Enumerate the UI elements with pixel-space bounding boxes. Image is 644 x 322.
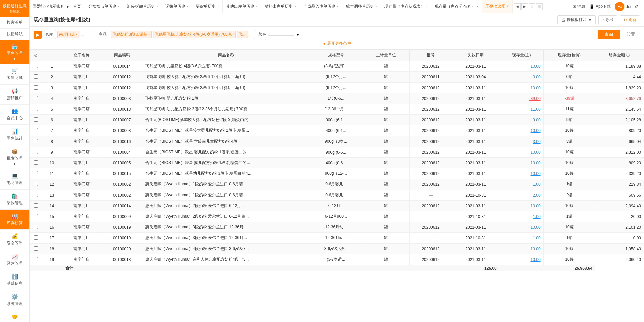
tab-split[interactable]: 分盘盘点单历史 × xyxy=(85,0,123,13)
tab-batch[interactable]: 库存批次账 × xyxy=(482,0,513,13)
search-button[interactable]: 查询 xyxy=(598,30,620,39)
cell-qty-main[interactable]: 10.00 xyxy=(499,125,543,136)
close-icon[interactable]: × xyxy=(476,5,478,8)
warehouse-tag-container[interactable]: 南岸门店 × ... xyxy=(55,30,95,39)
export-button[interactable]: ↑ 导出 xyxy=(598,15,617,24)
cell-qty-main[interactable]: 10.00 xyxy=(499,244,543,254)
cell-qty-main[interactable]: 10.00 xyxy=(499,147,543,158)
close-icon[interactable]: × xyxy=(426,5,428,8)
template-print-button[interactable]: 🖨 按模板打印 ▼ xyxy=(557,15,596,24)
cell-qty-main[interactable]: 10.00 xyxy=(499,201,543,211)
filter-expand-button[interactable]: ▶ xyxy=(34,31,42,39)
color-input[interactable] xyxy=(268,34,294,36)
close-icon[interactable]: × xyxy=(217,5,219,8)
sidebar-item-finance[interactable]: 💰 资金管理 xyxy=(0,230,29,250)
cell-qty-main[interactable]: 11.00 xyxy=(499,104,543,115)
cell-qty-main[interactable]: -39.00 xyxy=(499,93,543,104)
close-icon[interactable]: × xyxy=(156,5,158,8)
cell-qty-main[interactable]: 10.00 xyxy=(499,168,543,179)
cell-checkbox[interactable] xyxy=(30,61,42,72)
setting-button[interactable]: 设置 xyxy=(622,30,640,39)
cell-qty-main[interactable]: 1.00 xyxy=(499,233,543,244)
tab-stock-dist[interactable]: 现存量（库存分布表） × xyxy=(431,0,482,13)
user-menu[interactable]: Ea demo2 xyxy=(615,2,638,11)
cell-checkbox[interactable] xyxy=(30,147,42,158)
tab-transfer[interactable]: 调拨单历史 × xyxy=(162,0,193,13)
product-tag-container[interactable]: 飞鹤奶粉3段四罐装 × 飞鹤星飞帆 儿童奶粉 4段(3-6岁适用) 700克 ×… xyxy=(109,30,255,39)
cell-checkbox[interactable] xyxy=(30,190,42,201)
cell-checkbox[interactable] xyxy=(30,168,42,179)
cell-checkbox[interactable] xyxy=(30,104,42,115)
tab-cost[interactable]: 成本调整单历史 × xyxy=(342,0,381,13)
refresh-button[interactable]: ↻ 刷新 xyxy=(620,15,640,24)
cell-qty-main[interactable]: 10.00 xyxy=(499,158,543,168)
cell-checkbox[interactable] xyxy=(30,244,42,254)
tab-production[interactable]: 产成品入库单历史 × xyxy=(300,0,342,13)
sidebar-item-enterprise[interactable]: 🤝 企业协同 xyxy=(0,310,29,322)
close-icon[interactable]: × xyxy=(118,5,120,8)
close-icon[interactable]: × xyxy=(337,5,339,8)
cell-checkbox[interactable] xyxy=(30,93,42,104)
settings-icon[interactable]: ⚙ xyxy=(34,53,38,58)
cell-checkbox[interactable] xyxy=(30,125,42,136)
cell-checkbox[interactable] xyxy=(30,201,42,211)
cell-qty-main[interactable]: 1.00 xyxy=(499,211,543,222)
workspace-selector[interactable]: 母婴行业演示账套 ▼ xyxy=(32,4,70,9)
tab-order[interactable]: 要货单历史 × xyxy=(192,0,223,13)
close-tab-button[interactable]: × xyxy=(529,3,535,10)
cell-checkbox[interactable] xyxy=(30,136,42,147)
sidebar-item-system[interactable]: ⚙️ 系统管理 xyxy=(0,290,29,310)
cell-checkbox[interactable] xyxy=(30,233,42,244)
cell-checkbox[interactable] xyxy=(30,83,42,93)
cell-qty-main[interactable]: 1.00 xyxy=(499,179,543,190)
cell-qty-main[interactable]: 3.00 xyxy=(499,136,543,147)
cell-checkbox[interactable] xyxy=(30,158,42,168)
cell-qty-main[interactable]: 10.00 xyxy=(499,222,543,233)
warehouse-tag-close[interactable]: × xyxy=(76,33,78,36)
close-icon[interactable]: × xyxy=(507,4,509,8)
tab-material[interactable]: 材料出库单历史 × xyxy=(261,0,300,13)
product-tag-close[interactable]: × xyxy=(148,33,150,36)
sidebar-item-retail-mall[interactable]: 🛒 零售商城 xyxy=(0,64,29,85)
cell-checkbox[interactable] xyxy=(30,179,42,190)
sidebar-search[interactable]: 搜索英单 xyxy=(0,17,29,29)
next-tab-button[interactable]: ▶ xyxy=(521,3,528,10)
tab-outbound[interactable]: 其他出库单历史 × xyxy=(223,0,261,13)
sidebar-item-marketing[interactable]: 📢 营销推广 xyxy=(0,85,29,105)
cell-qty-main[interactable]: 10.00 xyxy=(499,254,543,265)
tab-assemble[interactable]: 组装拆卸单历史 × xyxy=(123,0,162,13)
tab-home[interactable]: 首页 xyxy=(70,0,85,13)
product-tag-1: 飞鹤奶粉3段四罐装 × xyxy=(111,31,152,38)
close-icon[interactable]: × xyxy=(187,5,189,8)
sidebar-item-ecommerce[interactable]: 💻 电商管理 xyxy=(0,169,29,190)
sidebar-item-business[interactable]: 📈 经营管理 xyxy=(0,250,29,270)
app-download-button[interactable]: 📱 App下载 xyxy=(589,4,611,9)
close-icon[interactable]: × xyxy=(256,5,258,8)
maximize-button[interactable]: ⬜ xyxy=(536,3,543,10)
expand-more-link[interactable]: ▼ 展开更多条件 xyxy=(34,41,640,46)
cell-qty-main[interactable]: 0.00 xyxy=(499,72,543,83)
cell-checkbox[interactable] xyxy=(30,211,42,222)
cell-checkbox[interactable] xyxy=(30,254,42,265)
message-button[interactable]: ✉ 消息 xyxy=(573,4,585,9)
cell-checkbox[interactable] xyxy=(30,222,42,233)
sidebar-nav-label[interactable]: 快捷导航 xyxy=(0,29,29,40)
sidebar-item-basic[interactable]: ℹ️ 基础信息 xyxy=(0,270,29,290)
tab-stock-status[interactable]: 现存量（库存状况表） × xyxy=(381,0,432,13)
sidebar-item-stats[interactable]: 📊 零售统计 xyxy=(0,125,29,145)
cell-qty-main[interactable]: 9.00 xyxy=(499,115,543,125)
sidebar-item-purchase[interactable]: 🛍️ 采购管理 xyxy=(0,190,29,210)
cell-qty-main[interactable]: 10.00 xyxy=(499,61,543,72)
cell-qty-main[interactable]: 2.00 xyxy=(499,190,543,201)
close-icon[interactable]: × xyxy=(294,5,296,8)
sidebar-item-warehouse[interactable]: 🏭 库存核算 xyxy=(0,210,29,230)
cell-qty-main[interactable]: 10.00 xyxy=(499,83,543,93)
cell-checkbox[interactable] xyxy=(30,72,42,83)
cell-checkbox[interactable] xyxy=(30,115,42,125)
sidebar-item-wholesale[interactable]: 📦 批发管理 ▼ xyxy=(0,145,29,169)
sidebar-item-retail[interactable]: 🏪 零售管理 ▼ xyxy=(0,40,29,64)
prev-tab-button[interactable]: ◀ xyxy=(514,3,521,10)
product-tag-close[interactable]: × xyxy=(232,33,234,36)
close-icon[interactable]: × xyxy=(375,5,377,8)
sidebar-item-member[interactable]: 👥 会员中心 xyxy=(0,105,29,125)
